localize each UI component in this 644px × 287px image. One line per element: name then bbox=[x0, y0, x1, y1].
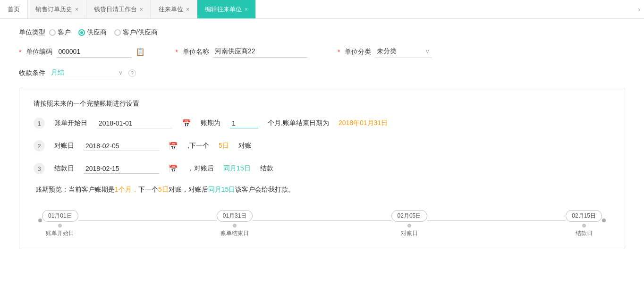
timeline-label-4: 结款日 bbox=[576, 229, 593, 237]
timeline-end bbox=[602, 219, 606, 222]
step-2-date-input[interactable] bbox=[84, 141, 159, 151]
timeline-badge-3: 02月05日 bbox=[391, 210, 428, 222]
step-2-desc-prefix: ,下一个 bbox=[187, 142, 209, 150]
category-dropdown[interactable]: 未分类 ∨ bbox=[375, 45, 432, 58]
code-required: * bbox=[19, 48, 21, 56]
main-content: 单位类型 客户 供应商 客户/供应商 * 单位编码 bbox=[0, 19, 644, 287]
step-1-calendar-icon[interactable]: 📅 bbox=[182, 119, 191, 128]
step-3-calendar-icon[interactable]: 📅 bbox=[169, 164, 178, 173]
timeline-node-2: 01月31日 账单结束日 bbox=[217, 210, 253, 237]
radio-customer-supplier-label: 客户/供应商 bbox=[123, 28, 158, 37]
payment-label: 收款条件 bbox=[19, 69, 45, 77]
help-icon[interactable]: ? bbox=[128, 69, 136, 77]
step-1-date-input[interactable] bbox=[97, 118, 172, 128]
timeline-dot-1 bbox=[58, 224, 62, 228]
tab-partners[interactable]: 往来单位 × bbox=[151, 0, 197, 18]
card-title: 请按照未来的一个完整帐期进行设置 bbox=[34, 100, 610, 108]
field-row: * 单位编码 📋 * 单位名称 * 单位分类 未分类 ∨ bbox=[19, 45, 625, 58]
step-3-label: 结款日 bbox=[54, 164, 74, 173]
code-input[interactable] bbox=[56, 46, 132, 58]
tab-partners-label: 往来单位 bbox=[159, 5, 183, 14]
radio-customer-label: 客户 bbox=[58, 28, 71, 37]
timeline-badge-2: 01月31日 bbox=[217, 210, 253, 222]
close-icon[interactable]: × bbox=[245, 6, 248, 13]
unit-type-row: 单位类型 客户 供应商 客户/供应商 bbox=[19, 28, 625, 37]
step-3-desc-prefix: ，对账后 bbox=[187, 164, 214, 173]
name-input[interactable] bbox=[213, 46, 307, 58]
timeline-line-2 bbox=[253, 220, 391, 221]
timeline-node-4: 02月15日 结款日 bbox=[566, 210, 602, 237]
step-2-label: 对账日 bbox=[54, 142, 74, 150]
radio-group: 客户 供应商 客户/供应商 bbox=[49, 28, 158, 37]
radio-circle-supplier bbox=[78, 29, 85, 36]
preview-suffix: 该客户会给我打款。 bbox=[235, 186, 295, 193]
preview-text: 账期预览：当前客户账期是1个月，下一个5日对账，对账后同月15日该客户会给我打款… bbox=[34, 186, 610, 194]
timeline-badge-4: 02月15日 bbox=[566, 210, 602, 222]
step-3-desc-teal: 同月15日 bbox=[223, 164, 251, 173]
payment-dropdown[interactable]: 月结 ∨ bbox=[49, 67, 125, 79]
close-icon[interactable]: × bbox=[140, 6, 143, 13]
tab-home[interactable]: 首页 bbox=[0, 0, 28, 18]
step-2-row: 2 对账日 📅 ,下一个5日对账 bbox=[34, 140, 610, 152]
step-2-num: 2 bbox=[34, 140, 45, 152]
step-1-period-input[interactable] bbox=[230, 118, 258, 128]
step-3-row: 3 结款日 📅 ，对账后同月15日结款 bbox=[34, 163, 610, 174]
category-value: 未分类 bbox=[377, 47, 424, 56]
code-label: 单位编码 bbox=[26, 48, 52, 56]
tab-cash-work-label: 钱货日清工作台 bbox=[94, 5, 137, 14]
timeline: 01月01日 账单开始日 01月31日 账单结束日 02月05日 对账日 bbox=[34, 205, 610, 237]
settings-card: 请按照未来的一个完整帐期进行设置 1 账单开始日 📅 账期为 个月,账单结束日期… bbox=[19, 88, 625, 249]
payment-value: 月结 bbox=[51, 68, 117, 77]
preview-orange1: 1个月， bbox=[115, 186, 138, 193]
category-arrow-icon: ∨ bbox=[425, 48, 430, 55]
tab-bar: 首页 销售订单历史 × 钱货日清工作台 × 往来单位 × 编辑往来单位 × › bbox=[0, 0, 644, 19]
step-3-date-input[interactable] bbox=[84, 164, 159, 174]
step-2-calendar-icon[interactable]: 📅 bbox=[169, 142, 178, 151]
radio-customer-supplier[interactable]: 客户/供应商 bbox=[114, 28, 158, 37]
timeline-badge-1: 01月01日 bbox=[42, 210, 78, 222]
category-required: * bbox=[338, 48, 340, 56]
step-3-num: 3 bbox=[34, 163, 45, 174]
tab-sales-order-label: 销售订单历史 bbox=[35, 5, 72, 14]
timeline-label-1: 账单开始日 bbox=[46, 229, 74, 237]
step-1-period-label: 账期为 bbox=[201, 119, 220, 127]
tab-home-label: 首页 bbox=[8, 5, 20, 14]
timeline-start bbox=[38, 219, 42, 222]
step-3-desc-suffix: 结款 bbox=[260, 164, 273, 173]
name-required: * bbox=[175, 48, 178, 56]
category-group: * 单位分类 未分类 ∨ bbox=[338, 45, 432, 58]
timeline-line-3 bbox=[427, 220, 566, 221]
copy-icon[interactable]: 📋 bbox=[136, 47, 145, 56]
timeline-dot-4 bbox=[582, 224, 586, 228]
payment-group: 收款条件 月结 ∨ ? bbox=[19, 67, 136, 79]
radio-supplier-label: 供应商 bbox=[87, 28, 107, 37]
preview-prefix: 账期预览：当前客户账期是 bbox=[35, 186, 115, 193]
preview-middle2: 对账，对账后 bbox=[169, 186, 208, 193]
timeline-end-dot bbox=[602, 219, 606, 222]
timeline-dot-2 bbox=[233, 224, 237, 228]
radio-circle-customer bbox=[49, 29, 56, 36]
name-group: * 单位名称 bbox=[175, 46, 307, 58]
preview-orange2: 5日 bbox=[158, 186, 169, 193]
step-1-num: 1 bbox=[34, 118, 45, 129]
tab-cash-work[interactable]: 钱货日清工作台 × bbox=[86, 0, 151, 18]
timeline-node-1: 01月01日 账单开始日 bbox=[42, 210, 78, 237]
payment-arrow-icon: ∨ bbox=[119, 69, 123, 76]
timeline-start-dot bbox=[38, 219, 42, 222]
payment-row: 收款条件 月结 ∨ ? bbox=[19, 67, 625, 79]
step-1-row: 1 账单开始日 📅 账期为 个月,账单结束日期为 2018年01月31日 bbox=[34, 118, 610, 129]
tab-sales-order[interactable]: 销售订单历史 × bbox=[28, 0, 86, 18]
step-1-period-unit: 个月,账单结束日期为 bbox=[268, 119, 329, 127]
radio-supplier[interactable]: 供应商 bbox=[78, 28, 107, 37]
step-2-desc-suffix: 对账 bbox=[238, 142, 252, 150]
close-icon[interactable]: × bbox=[186, 6, 189, 13]
close-icon[interactable]: × bbox=[75, 6, 78, 13]
tab-edit-partner[interactable]: 编辑往来单位 × bbox=[197, 0, 256, 18]
radio-circle-customer-supplier bbox=[114, 29, 121, 36]
timeline-label-3: 对账日 bbox=[401, 229, 418, 237]
radio-customer[interactable]: 客户 bbox=[49, 28, 71, 37]
tab-scroll-arrow[interactable]: › bbox=[634, 0, 644, 18]
tab-edit-partner-label: 编辑往来单位 bbox=[205, 5, 242, 14]
category-label: 单位分类 bbox=[345, 48, 371, 56]
unit-type-group: 单位类型 客户 供应商 客户/供应商 bbox=[19, 28, 158, 37]
